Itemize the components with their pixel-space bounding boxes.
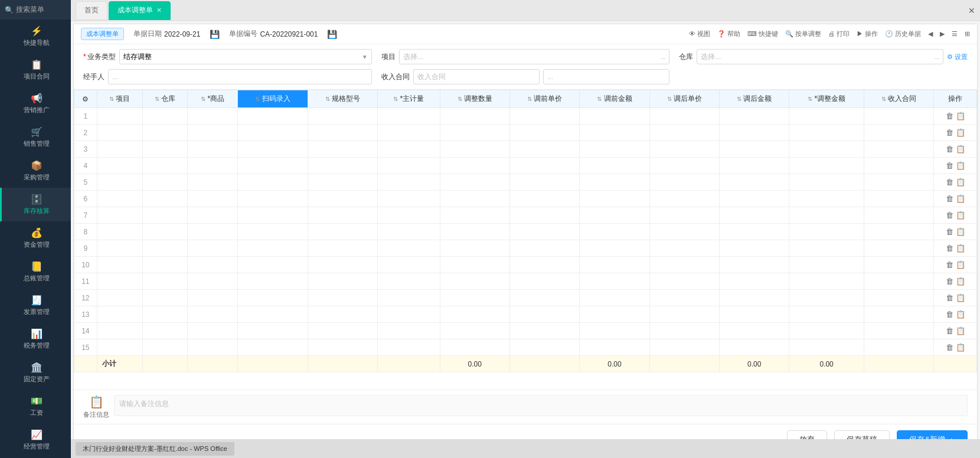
delete-icon-9[interactable]: 🗑 — [946, 244, 953, 253]
copy-icon-7[interactable]: 📋 — [956, 211, 965, 220]
copy-icon-13[interactable]: 📋 — [956, 310, 965, 319]
cell-after_price-6 — [649, 191, 719, 207]
cell-unit-12 — [377, 290, 440, 306]
view-action[interactable]: 👁 视图 — [689, 30, 710, 38]
delete-icon-4[interactable]: 🗑 — [946, 161, 953, 170]
delete-icon-14[interactable]: 🗑 — [946, 326, 953, 335]
table-row: 15🗑📋 — [74, 339, 977, 356]
sidebar-item-fixed-assets[interactable]: 🏛️固定资产 — [0, 356, 71, 390]
cell-prev_amount-10 — [580, 257, 649, 273]
cell-spec-1 — [308, 108, 377, 125]
view-grid-icon[interactable]: ⊞ — [965, 30, 970, 38]
cell-income_contract-12 — [864, 290, 933, 306]
delete-icon-13[interactable]: 🗑 — [946, 310, 953, 319]
delete-icon-7[interactable]: 🗑 — [946, 211, 953, 220]
col-settings[interactable]: ⚙ — [74, 90, 97, 108]
sidebar-item-purchase[interactable]: 📦采购管理 — [0, 154, 71, 188]
cell-product-5 — [188, 174, 238, 191]
copy-icon-4[interactable]: 📋 — [956, 161, 965, 170]
sidebar-item-finance[interactable]: 💰资金管理 — [0, 221, 71, 255]
sidebar-label-inventory: 库存核算 — [24, 207, 50, 215]
cell-after_price-10 — [649, 257, 719, 273]
cell-scan-7 — [238, 207, 308, 224]
delete-icon-5[interactable]: 🗑 — [946, 178, 953, 187]
copy-icon-8[interactable]: 📋 — [956, 227, 965, 236]
note-input[interactable]: 请输入备注信息 — [114, 395, 968, 416]
copy-icon-6[interactable]: 📋 — [956, 194, 965, 203]
taskbar-item[interactable]: 木门行业好业财处理方案-墨红红.doc - WPS Office — [76, 442, 234, 456]
cell-prev_amount-9 — [580, 240, 649, 257]
help-action[interactable]: ❓ 帮助 — [717, 30, 740, 38]
delete-icon-2[interactable]: 🗑 — [946, 128, 953, 137]
delete-icon-12[interactable]: 🗑 — [946, 293, 953, 302]
sidebar-item-inventory[interactable]: 🗄️库存核算 — [0, 188, 71, 221]
warehouse-input[interactable]: 选择... ... — [697, 49, 943, 64]
income-contract-input[interactable]: 收入合同 — [413, 69, 540, 84]
copy-icon-9[interactable]: 📋 — [956, 244, 965, 253]
copy-icon-15[interactable]: 📋 — [956, 343, 965, 352]
cell-settings-15: 15 — [74, 339, 97, 356]
sidebar-item-invoice[interactable]: 🧾发票管理 — [0, 289, 71, 322]
business-type-input[interactable]: 结存调整 ▼ — [119, 49, 372, 64]
copy-icon-1[interactable]: 📋 — [956, 112, 965, 120]
delete-icon-10[interactable]: 🗑 — [946, 260, 953, 269]
income-contract-input2[interactable]: ... — [543, 69, 669, 84]
delete-icon-11[interactable]: 🗑 — [946, 277, 953, 286]
cell-after_price-3 — [649, 141, 719, 158]
handler-input[interactable]: ... — [108, 69, 372, 84]
copy-icon-10[interactable]: 📋 — [956, 260, 965, 269]
cell-after_price-8 — [649, 224, 719, 240]
review-action[interactable]: 🔍 按单调整 — [785, 30, 821, 38]
sidebar-item-ledger[interactable]: 📒总账管理 — [0, 255, 71, 289]
tab-close-cost-adjust[interactable]: ✕ — [156, 6, 162, 14]
copy-icon-14[interactable]: 📋 — [956, 326, 965, 335]
delete-icon-6[interactable]: 🗑 — [946, 194, 953, 203]
doc-no-save-icon[interactable]: 💾 — [327, 30, 337, 39]
doc-save-icon[interactable]: 💾 — [210, 30, 220, 39]
window-close-button[interactable]: ✕ — [968, 6, 975, 15]
sidebar-item-tax[interactable]: 📊税务管理 — [0, 322, 71, 356]
delete-icon-8[interactable]: 🗑 — [946, 227, 953, 236]
sidebar-item-payroll[interactable]: 💵工资 — [0, 390, 71, 423]
cell-after_amount-5 — [720, 174, 789, 191]
delete-icon-3[interactable]: 🗑 — [946, 145, 953, 153]
sidebar-item-sales[interactable]: 🛒销售管理 — [0, 120, 71, 154]
settings-col-icon[interactable]: ⚙ — [82, 95, 89, 103]
nav-next[interactable]: ▶ — [940, 30, 945, 38]
view-list-icon[interactable]: ☰ — [952, 30, 958, 38]
copy-icon-3[interactable]: 📋 — [956, 145, 965, 153]
project-input[interactable]: 选择... ... — [399, 49, 670, 64]
row-num-10: 10 — [81, 261, 89, 269]
cell-after_amount-9 — [720, 240, 789, 257]
tab-cost-adjust[interactable]: 成本调整单✕ — [109, 1, 171, 20]
copy-icon-11[interactable]: 📋 — [956, 277, 965, 286]
cell-actions-6: 🗑📋 — [934, 191, 977, 207]
cell-prev_amount-1 — [580, 108, 649, 125]
subtotal-actions — [934, 356, 977, 372]
history-action[interactable]: 🕐 历史单据 — [885, 30, 921, 38]
warehouse-label: 仓库 — [679, 52, 693, 62]
cell-unit-15 — [377, 339, 440, 356]
sidebar-item-project-contract[interactable]: 📋项目合同 — [0, 53, 71, 87]
operate-action[interactable]: ▶ 操作 — [857, 30, 878, 38]
delete-icon-15[interactable]: 🗑 — [946, 343, 953, 352]
sidebar-item-marketing[interactable]: 📢营销推广 — [0, 87, 71, 120]
nav-prev[interactable]: ◀ — [928, 30, 933, 38]
copy-icon-2[interactable]: 📋 — [956, 128, 965, 137]
cell-spec-3 — [308, 141, 377, 158]
copy-icon-5[interactable]: 📋 — [956, 178, 965, 187]
cell-spec-4 — [308, 158, 377, 174]
copy-icon-12[interactable]: 📋 — [956, 293, 965, 302]
row-num-12: 12 — [81, 294, 89, 302]
delete-icon-1[interactable]: 🗑 — [946, 112, 953, 120]
settings-btn[interactable]: ⚙ 设置 — [947, 53, 968, 61]
shortcut-action[interactable]: ⌨ 快捷键 — [747, 30, 778, 38]
cell-project-14 — [97, 323, 142, 339]
sidebar-item-ops[interactable]: 📈经营管理 — [0, 423, 71, 457]
print-action[interactable]: 🖨 打印 — [828, 30, 850, 38]
sidebar-item-quick-nav[interactable]: ⚡快捷导航 — [0, 19, 71, 53]
tab-home[interactable]: 首页 — [76, 1, 107, 20]
col-warehouse: ⇅ 仓库 — [142, 90, 188, 108]
sidebar-search[interactable]: 🔍 搜索菜单 — [0, 0, 71, 19]
cell-warehouse-1 — [142, 108, 188, 125]
